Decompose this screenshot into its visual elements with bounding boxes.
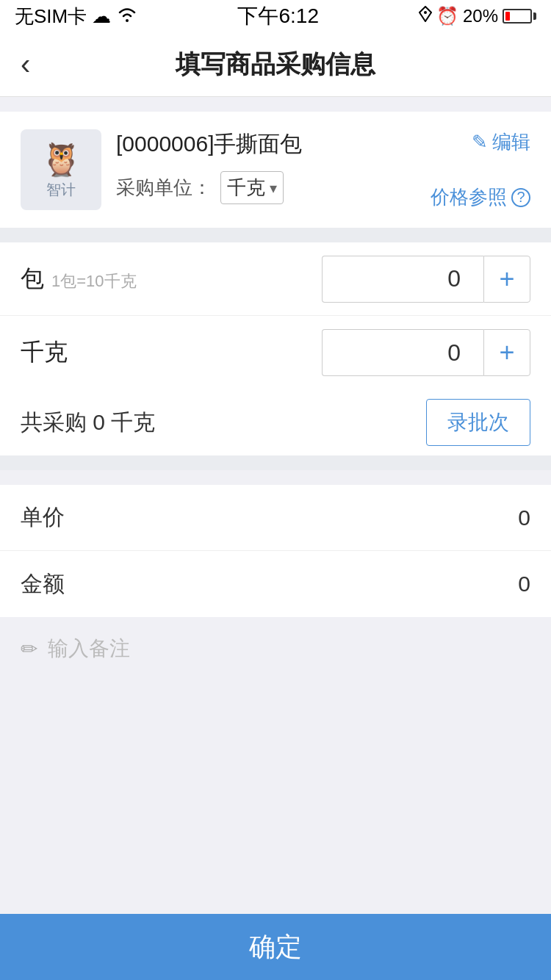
help-icon: ?: [511, 188, 530, 207]
notes-placeholder: 输入备注: [48, 635, 130, 663]
product-owl-icon: 🦉: [41, 140, 82, 179]
chevron-down-icon: ▾: [270, 179, 277, 197]
section-divider-2: [0, 455, 551, 470]
svg-point-1: [424, 11, 427, 14]
unit-label: 采购单位：: [116, 175, 212, 201]
edit-button[interactable]: ✎ 编辑: [472, 129, 530, 155]
unit-price-label: 单价: [21, 502, 65, 533]
bottom-spacer: [0, 764, 551, 837]
pencil-icon: ✏: [21, 637, 37, 661]
product-image: 🦉 智计: [21, 129, 101, 210]
edit-label: 编辑: [492, 129, 530, 155]
amount-row: 金额 0: [0, 551, 551, 617]
unit-value: 千克: [227, 175, 265, 201]
location-icon: [419, 6, 432, 26]
package-label: 包 1包=10千克: [21, 263, 137, 295]
unit-dropdown[interactable]: 千克 ▾: [220, 171, 284, 204]
back-button[interactable]: ‹: [21, 48, 30, 81]
unit-price-value: 0: [518, 505, 530, 530]
kg-qty-input[interactable]: [322, 329, 483, 376]
edit-icon: ✎: [472, 131, 488, 154]
confirm-button[interactable]: 确定: [0, 914, 551, 980]
page-title: 填写商品采购信息: [176, 48, 375, 82]
package-input-right: +: [322, 256, 530, 303]
nav-bar: ‹ 填写商品采购信息: [0, 32, 551, 97]
section-divider-1: [0, 228, 551, 242]
package-label-main: 包: [21, 263, 44, 295]
status-left: 无SIM卡 ☁: [15, 4, 137, 29]
price-ref-label: 价格参照: [431, 184, 507, 210]
sim-status: 无SIM卡 ☁: [15, 4, 111, 29]
kg-label: 千克: [21, 336, 68, 369]
unit-price-row: 单价 0: [0, 485, 551, 551]
svg-point-0: [126, 19, 129, 22]
package-plus-button[interactable]: +: [483, 256, 530, 303]
price-ref-button[interactable]: 价格参照 ?: [431, 184, 530, 210]
kg-label-main: 千克: [21, 336, 68, 369]
battery-percent: 20%: [463, 6, 498, 26]
notes-section[interactable]: ✏ 输入备注: [0, 617, 551, 764]
batch-button[interactable]: 录批次: [426, 399, 530, 446]
amount-label: 金额: [21, 569, 65, 599]
wifi-icon: [117, 5, 137, 28]
package-input-row: 包 1包=10千克 +: [0, 242, 551, 316]
quantity-section: 包 1包=10千克 + 千克 +: [0, 242, 551, 389]
kg-input-row: 千克 +: [0, 316, 551, 389]
summary-text: 共采购 0 千克: [21, 408, 155, 438]
product-card: 🦉 智计 [0000006]手撕面包 采购单位： 千克 ▾ ✎ 编辑 价格参照 …: [0, 112, 551, 228]
kg-input-right: +: [322, 329, 530, 376]
notes-input-area: ✏ 输入备注: [21, 635, 530, 663]
price-section: 单价 0 金额 0: [0, 485, 551, 617]
status-time: 下午6:12: [237, 2, 319, 30]
amount-value: 0: [518, 572, 530, 597]
package-qty-input[interactable]: [322, 256, 483, 303]
kg-plus-button[interactable]: +: [483, 329, 530, 376]
battery-icon: [503, 9, 536, 24]
alarm-icon: ⏰: [436, 6, 458, 26]
product-name: [0000006]手撕面包: [116, 129, 530, 159]
package-label-sub: 1包=10千克: [51, 270, 137, 292]
status-bar: 无SIM卡 ☁ 下午6:12 ⏰ 20%: [0, 0, 551, 32]
summary-row: 共采购 0 千克 录批次: [0, 389, 551, 455]
product-image-label: 智计: [46, 180, 76, 200]
status-right: ⏰ 20%: [419, 6, 536, 26]
